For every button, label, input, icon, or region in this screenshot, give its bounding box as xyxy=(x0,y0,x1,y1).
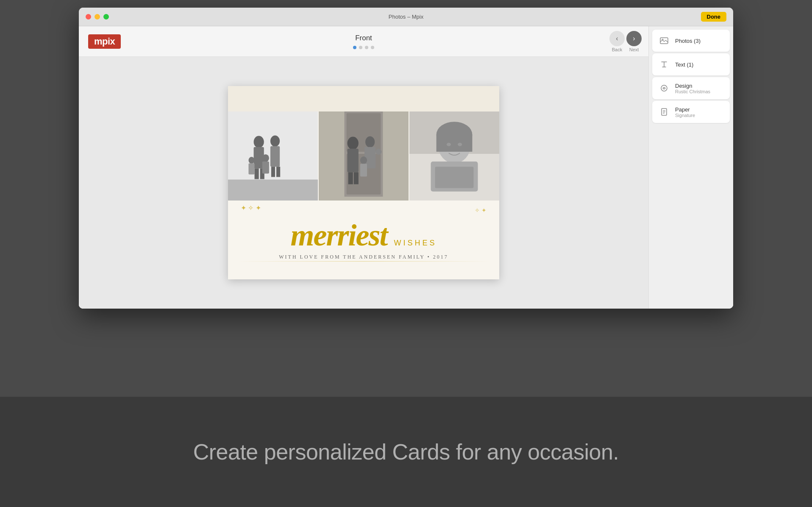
sidebar-item-text[interactable]: Text (1) xyxy=(652,53,730,75)
svg-rect-10 xyxy=(276,167,280,177)
svg-point-26 xyxy=(360,156,367,164)
svg-rect-36 xyxy=(435,167,474,188)
sidebar-item-paper[interactable]: Paper Signature xyxy=(652,101,730,123)
card-photo-1[interactable] xyxy=(228,111,318,201)
svg-rect-27 xyxy=(360,164,367,176)
svg-point-42 xyxy=(663,87,665,89)
card-subtext: with love from THE ANDERSEN FAMILY • 201… xyxy=(279,254,448,260)
design-icon xyxy=(658,82,670,94)
sidebar-design-label: Design xyxy=(675,83,710,89)
next-btn-group: › Next xyxy=(626,31,642,52)
nav-buttons: ‹ Back › Next xyxy=(609,31,642,52)
dot-3[interactable] xyxy=(365,46,368,49)
svg-rect-21 xyxy=(348,149,359,173)
dot-4[interactable] xyxy=(371,46,374,49)
svg-point-13 xyxy=(248,157,254,164)
card-top xyxy=(228,86,499,111)
fullscreen-button[interactable] xyxy=(103,14,109,20)
close-button[interactable] xyxy=(86,14,91,20)
app-header: mpix Front ‹ Back xyxy=(79,26,648,57)
header-center: Front xyxy=(353,34,374,49)
mpix-logo[interactable]: mpix xyxy=(88,34,121,49)
text-icon xyxy=(658,58,670,70)
svg-point-28 xyxy=(375,149,381,155)
back-button[interactable]: ‹ xyxy=(609,31,625,46)
svg-point-38 xyxy=(458,143,462,146)
svg-rect-1 xyxy=(228,177,318,201)
swash-line xyxy=(236,261,491,262)
sparkle-decoration: ✦ ✧ ✦ xyxy=(241,204,261,212)
sidebar-design-text: Design Rustic Christmas xyxy=(675,83,710,94)
sidebar-photos-text: Photos (3) xyxy=(675,38,701,44)
card-headline: merriest WISHES xyxy=(291,220,437,251)
svg-point-41 xyxy=(661,85,667,91)
titlebar: Photos – Mpix Done xyxy=(79,8,733,26)
traffic-lights xyxy=(86,14,109,20)
sidebar-design-sublabel: Rustic Christmas xyxy=(675,89,710,94)
svg-rect-5 xyxy=(255,168,259,179)
sidebar-item-design[interactable]: Design Rustic Christmas xyxy=(652,77,730,99)
card-photo-3[interactable] xyxy=(409,111,499,201)
svg-rect-34 xyxy=(437,135,473,152)
done-button[interactable]: Done xyxy=(701,12,727,22)
card-area: ✦ ✧ ✦ ✧ ✦ merriest WISHES with love from… xyxy=(79,57,648,309)
sidebar-item-photos[interactable]: Photos (3) xyxy=(652,30,730,52)
card-text-area: ✦ ✧ ✦ ✧ ✦ merriest WISHES with love from… xyxy=(228,201,499,279)
photo-icon xyxy=(658,35,670,47)
svg-rect-9 xyxy=(271,167,275,177)
svg-point-7 xyxy=(270,136,280,147)
card-photos xyxy=(228,111,499,201)
page-title: Front xyxy=(355,34,372,42)
dot-1[interactable] xyxy=(353,46,356,49)
dot-2[interactable] xyxy=(359,46,362,49)
card-preview: ✦ ✧ ✦ ✧ ✦ merriest WISHES with love from… xyxy=(228,86,499,279)
back-label: Back xyxy=(612,47,622,52)
svg-point-37 xyxy=(447,143,451,146)
svg-point-3 xyxy=(254,136,264,148)
svg-point-20 xyxy=(348,137,359,150)
sidebar-paper-sublabel: Signature xyxy=(675,113,695,118)
sidebar-paper-text: Paper Signature xyxy=(675,106,695,118)
svg-rect-12 xyxy=(262,162,269,173)
svg-rect-8 xyxy=(270,146,280,167)
sidebar-text-label: Text (1) xyxy=(675,61,693,68)
svg-point-24 xyxy=(365,136,375,148)
card-photo-2[interactable] xyxy=(319,111,409,201)
tagline-text: Create personalized Cards for any occasi… xyxy=(193,439,619,465)
svg-point-11 xyxy=(262,154,269,162)
sidebar-text-text: Text (1) xyxy=(675,61,693,68)
page-dots xyxy=(353,46,374,49)
next-button[interactable]: › xyxy=(626,31,642,46)
paper-icon xyxy=(658,106,670,118)
merriest-text: merriest xyxy=(291,220,387,251)
bottom-area: Create personalized Cards for any occasi… xyxy=(0,397,812,507)
app-content: mpix Front ‹ Back xyxy=(79,26,733,309)
app-window: Photos – Mpix Done mpix Front xyxy=(79,8,733,309)
main-area: mpix Front ‹ Back xyxy=(79,26,648,309)
svg-rect-22 xyxy=(348,172,353,184)
wishes-text: WISHES xyxy=(394,239,437,248)
sidebar: Photos (3) Text (1) xyxy=(648,26,733,309)
back-btn-group: ‹ Back xyxy=(609,31,625,52)
sidebar-paper-label: Paper xyxy=(675,106,695,113)
svg-rect-23 xyxy=(354,172,359,184)
svg-rect-14 xyxy=(248,163,254,174)
next-label: Next xyxy=(629,47,639,52)
sidebar-photos-label: Photos (3) xyxy=(675,38,701,44)
window-title: Photos – Mpix xyxy=(389,14,423,20)
minimize-button[interactable] xyxy=(95,14,100,20)
sparkle-decoration-right: ✧ ✦ xyxy=(475,207,487,214)
